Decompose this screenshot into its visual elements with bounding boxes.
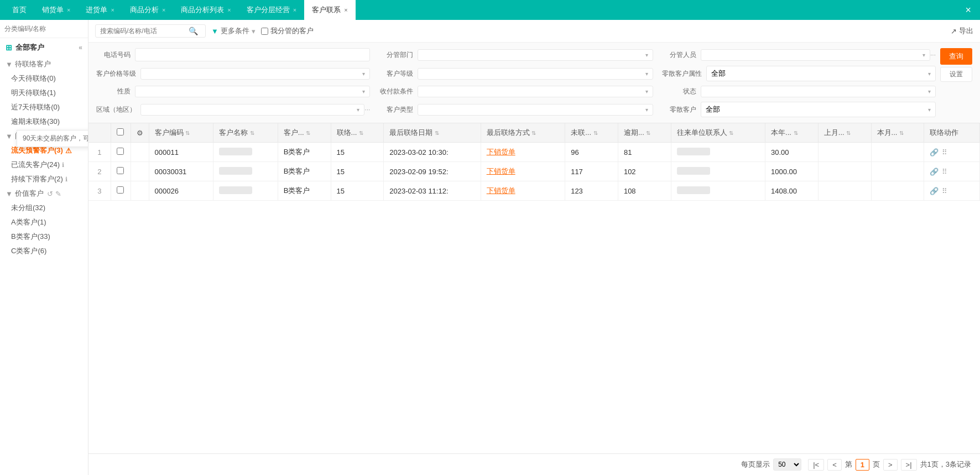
nav-item-analysis-list[interactable]: 商品分析列表 × (173, 0, 238, 20)
close-icon[interactable]: × (293, 7, 296, 13)
row-settings-2[interactable] (131, 162, 149, 181)
filter-price-select[interactable]: ▾ (140, 68, 370, 80)
action-more-icon[interactable]: ⠿ (942, 148, 947, 156)
first-page-button[interactable]: |< (808, 459, 824, 471)
query-button[interactable]: 查询 (940, 48, 972, 65)
action-more-icon[interactable]: ⠿ (942, 187, 947, 195)
action-contact-icon[interactable]: 🔗 (930, 187, 939, 195)
last-page-button[interactable]: >| (901, 459, 917, 471)
filter-more-icon[interactable]: ··· (930, 51, 936, 59)
action-contact-icon[interactable]: 🔗 (930, 148, 939, 156)
select-all-checkbox[interactable] (117, 128, 124, 135)
row-select-checkbox[interactable] (117, 167, 124, 174)
nav-item-customer-tier[interactable]: 客户分层经营 × (239, 0, 304, 20)
edit-icon[interactable]: ✎ (55, 190, 61, 198)
sidebar-item-a-class[interactable]: A类客户(1) (0, 215, 88, 229)
row-last-date-2: 2023-02-09 19:52: (384, 162, 481, 181)
row-overdue-3: 108 (618, 181, 671, 201)
row-this-year-3: 1408.00 (765, 181, 819, 201)
filter-customer-type: 客户类型 ▾ (379, 104, 653, 116)
filter-panel: 电话号码 分管部门 ▾ 分管人员 (88, 43, 980, 123)
nav-item-analysis[interactable]: 商品分析 × (122, 0, 173, 20)
refresh-icon[interactable]: ↺ (47, 190, 53, 198)
filter-region-more[interactable]: ··· (364, 106, 370, 113)
sort-icon: ⇅ (593, 130, 598, 136)
all-customers-header[interactable]: ⊞ 全部客户 « (0, 38, 88, 57)
table-row: 2 00030031 B类客户 15 2023-02-09 19:52: 下销货… (88, 162, 980, 181)
row-name-3 (213, 181, 278, 201)
filter-payment-select[interactable]: ▾ (418, 86, 653, 97)
row-last-method-3[interactable]: 下销货单 (481, 181, 565, 201)
more-conditions-button[interactable]: ▼ 更多条件 ▾ (211, 26, 256, 36)
sidebar-item-7days[interactable]: 近7天待联络(0) (0, 100, 88, 114)
table-settings-icon[interactable]: ⚙ (137, 129, 143, 137)
filter-phone-input[interactable] (135, 48, 370, 61)
nav-home[interactable]: 首页 (4, 0, 34, 20)
next-page-button[interactable]: > (883, 459, 898, 471)
sort-icon: ⇅ (846, 130, 851, 136)
close-all-icon[interactable]: × (961, 4, 976, 16)
row-checkbox-1[interactable] (111, 143, 131, 162)
row-select-checkbox[interactable] (117, 148, 124, 155)
filter-type-select[interactable]: ▾ (418, 104, 653, 116)
col-rownum (88, 123, 111, 143)
filter-status-select[interactable]: ▾ (701, 86, 936, 97)
my-customers-checkbox-label[interactable]: 我分管的客户 (261, 26, 314, 36)
filter-manager-select[interactable]: ▾ (701, 49, 930, 61)
row-settings-1[interactable] (131, 143, 149, 162)
close-icon[interactable]: × (111, 7, 114, 13)
nav-item-customer-contact[interactable]: 客户联系 × (304, 0, 355, 20)
sidebar-item-ungroup[interactable]: 未分组(32) (0, 201, 88, 215)
row-this-month-1 (871, 143, 924, 162)
sidebar-search-input[interactable] (4, 25, 87, 33)
close-icon[interactable]: × (227, 7, 231, 13)
sort-icon: ⇅ (250, 130, 254, 136)
sidebar-item-today[interactable]: 今天待联络(0) (0, 71, 88, 86)
nav-item-sales[interactable]: 销货单 × (34, 0, 78, 20)
filter-region-select[interactable]: ▾ (140, 104, 364, 116)
col-settings[interactable]: ⚙ (131, 123, 149, 143)
sidebar-item-declining[interactable]: 持续下滑客户(2) ℹ (0, 172, 88, 186)
row-select-checkbox[interactable] (117, 186, 124, 194)
row-action-3: 🔗 ⠿ (924, 181, 980, 201)
search-input[interactable] (100, 27, 189, 35)
sort-icon: ⇅ (306, 130, 310, 136)
filter-dept-select[interactable]: ▾ (418, 49, 653, 61)
sidebar-group-problem[interactable]: ▼ 问题客户 90天未交易的客户，可能有流失风险。 (0, 129, 88, 143)
chevron-down-icon: ▾ (928, 71, 931, 77)
action-contact-icon[interactable]: 🔗 (930, 168, 939, 176)
sort-icon: ⇅ (646, 130, 650, 136)
filter-level-select[interactable]: ▾ (418, 68, 653, 80)
filter-retail-select[interactable]: 全部 ▾ (706, 66, 936, 81)
filter-nature-select[interactable]: ▾ (135, 86, 370, 97)
row-checkbox-3[interactable] (111, 181, 131, 201)
row-last-method-2[interactable]: 下销货单 (481, 162, 565, 181)
close-icon[interactable]: × (67, 7, 70, 13)
per-page-select[interactable]: 50 100 200 (773, 458, 801, 471)
sidebar-group-pending[interactable]: ▼ 待联络客户 (0, 57, 88, 71)
current-page: 1 (856, 459, 869, 471)
sidebar-group-value[interactable]: ▼ 价值客户 ↺ ✎ (0, 186, 88, 201)
sidebar-item-c-class[interactable]: C类客户(6) (0, 244, 88, 258)
my-customers-checkbox[interactable] (261, 28, 268, 35)
sidebar-item-b-class[interactable]: B类客户(33) (0, 229, 88, 244)
export-button[interactable]: ↗ 导出 (951, 26, 973, 36)
settings-button[interactable]: 设置 (940, 67, 972, 82)
close-icon[interactable]: × (162, 7, 165, 13)
table-area: ⚙ 客户编码 ⇅ 客户名称 ⇅ 客户... ⇅ (88, 123, 980, 453)
nav-item-purchase[interactable]: 进货单 × (78, 0, 122, 20)
row-checkbox-2[interactable] (111, 162, 131, 181)
col-contact: 联络... ⇅ (331, 123, 384, 143)
row-action-1: 🔗 ⠿ (924, 143, 980, 162)
search-button[interactable]: 🔍 (189, 27, 198, 35)
filter-retail-customer-select[interactable]: 全部 ▾ (701, 102, 936, 117)
close-icon[interactable]: × (344, 7, 347, 13)
sidebar-item-tomorrow[interactable]: 明天待联络(1) (0, 86, 88, 100)
row-last-method-1[interactable]: 下销货单 (481, 143, 565, 162)
filter-payment: 收付款条件 ▾ (379, 86, 653, 97)
prev-page-button[interactable]: < (827, 459, 842, 471)
sidebar-item-overdue[interactable]: 逾期未联络(30) (0, 114, 88, 129)
row-settings-3[interactable] (131, 181, 149, 201)
action-more-icon[interactable]: ⠿ (942, 168, 947, 176)
sidebar-item-churned[interactable]: 已流失客户(24) ℹ (0, 158, 88, 172)
